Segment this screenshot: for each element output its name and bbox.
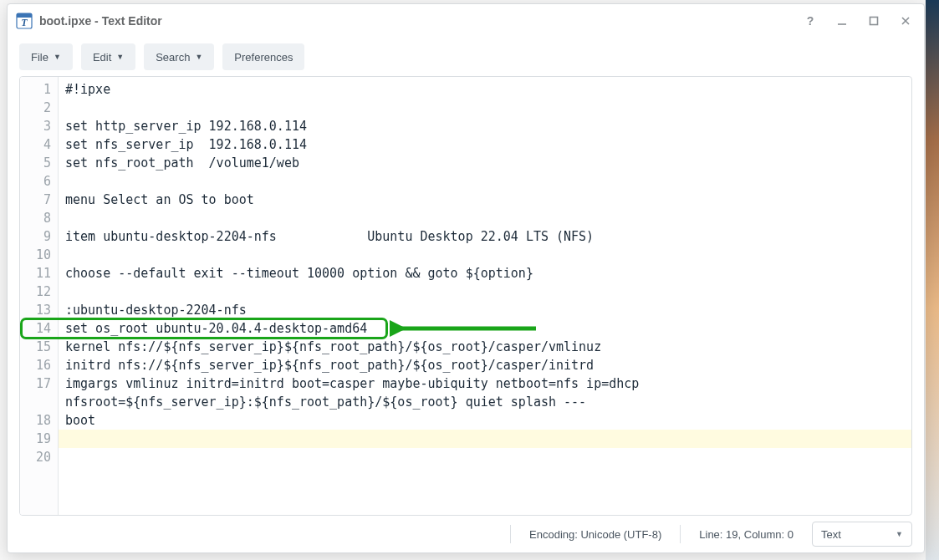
code-line[interactable]: set http_server_ip 192.168.0.114 — [59, 117, 911, 135]
edit-menu[interactable]: Edit ▼ — [81, 43, 135, 70]
chevron-down-icon: ▼ — [54, 53, 61, 61]
close-icon[interactable] — [896, 11, 916, 31]
desktop-background-edge — [926, 0, 939, 560]
line-number: 5 — [20, 154, 58, 172]
window-controls: ? — [800, 11, 916, 31]
text-editor-window: T boot.ipxe - Text Editor ? File ▼ Edit … — [7, 3, 925, 553]
window-title: boot.ipxe - Text Editor — [39, 14, 162, 28]
preferences-button[interactable]: Preferences — [222, 43, 304, 70]
svg-text:T: T — [21, 17, 28, 28]
code-line[interactable]: #!ipxe — [59, 80, 911, 99]
line-number: 2 — [20, 99, 58, 117]
code-line[interactable]: set nfs_root_path /volume1/web — [59, 154, 911, 172]
code-area[interactable]: #!ipxeset http_server_ip 192.168.0.114se… — [59, 77, 911, 515]
syntax-mode-label: Text — [821, 528, 841, 541]
status-cursor-position: Line: 19, Column: 0 — [699, 528, 794, 541]
code-line[interactable] — [59, 99, 911, 117]
code-line[interactable]: initrd nfs://${nfs_server_ip}${nfs_root_… — [59, 356, 911, 374]
syntax-mode-select[interactable]: Text ▼ — [812, 522, 912, 547]
titlebar: T boot.ipxe - Text Editor ? — [8, 4, 924, 38]
app-icon: T — [16, 13, 33, 29]
code-line[interactable]: item ubuntu-desktop-2204-nfs Ubuntu Desk… — [59, 227, 911, 246]
line-number: 9 — [20, 227, 58, 246]
code-line[interactable] — [59, 448, 911, 466]
file-menu-label: File — [31, 51, 48, 64]
line-number: 4 — [20, 135, 58, 154]
line-number: 15 — [20, 338, 58, 356]
line-number — [20, 393, 58, 411]
line-gutter: 1234567891011121314151617181920 — [20, 77, 59, 515]
chevron-down-icon: ▼ — [116, 53, 124, 61]
code-line[interactable] — [59, 283, 911, 301]
status-bar: Encoding: Unicode (UTF-8) Line: 19, Colu… — [8, 516, 924, 552]
search-menu-label: Search — [156, 51, 190, 64]
edit-menu-label: Edit — [93, 51, 111, 64]
line-number: 20 — [20, 448, 58, 466]
code-line[interactable]: kernel nfs://${nfs_server_ip}${nfs_root_… — [59, 338, 911, 356]
line-number: 13 — [20, 301, 58, 319]
toolbar: File ▼ Edit ▼ Search ▼ Preferences — [8, 38, 924, 76]
editor[interactable]: 1234567891011121314151617181920 #!ipxese… — [19, 76, 912, 516]
line-number: 8 — [20, 209, 58, 227]
line-number: 1 — [20, 80, 58, 99]
help-icon[interactable]: ? — [800, 11, 820, 31]
code-line[interactable]: set nfs_server_ip 192.168.0.114 — [59, 135, 911, 154]
line-number: 11 — [20, 264, 58, 283]
code-line[interactable]: menu Select an OS to boot — [59, 191, 911, 209]
code-line[interactable] — [59, 430, 911, 448]
file-menu[interactable]: File ▼ — [19, 43, 73, 70]
code-line[interactable]: nfsroot=${nfs_server_ip}:${nfs_root_path… — [59, 393, 911, 411]
line-number: 19 — [20, 430, 58, 448]
preferences-label: Preferences — [234, 51, 293, 64]
code-line[interactable] — [59, 246, 911, 264]
code-line[interactable]: set os_root ubuntu-20.04.4-desktop-amd64 — [59, 319, 911, 338]
minimize-icon[interactable] — [832, 11, 852, 31]
line-number: 17 — [20, 374, 58, 393]
line-number: 3 — [20, 117, 58, 135]
line-number: 10 — [20, 246, 58, 264]
line-number: 18 — [20, 411, 58, 430]
code-line[interactable]: choose --default exit --timeout 10000 op… — [59, 264, 911, 283]
svg-rect-4 — [870, 18, 878, 25]
code-line[interactable] — [59, 172, 911, 191]
status-encoding: Encoding: Unicode (UTF-8) — [529, 528, 661, 541]
chevron-down-icon: ▼ — [195, 53, 202, 61]
code-line[interactable] — [59, 209, 911, 227]
code-line[interactable]: :ubuntu-desktop-2204-nfs — [59, 301, 911, 319]
line-number: 12 — [20, 283, 58, 301]
search-menu[interactable]: Search ▼ — [144, 43, 214, 70]
code-line[interactable]: boot — [59, 411, 911, 430]
maximize-icon[interactable] — [864, 11, 884, 31]
line-number: 16 — [20, 356, 58, 374]
line-number: 6 — [20, 172, 58, 191]
line-number: 14 — [20, 319, 58, 338]
line-number: 7 — [20, 191, 58, 209]
code-line[interactable]: imgargs vmlinuz initrd=initrd boot=caspe… — [59, 374, 911, 393]
chevron-down-icon: ▼ — [896, 530, 903, 538]
